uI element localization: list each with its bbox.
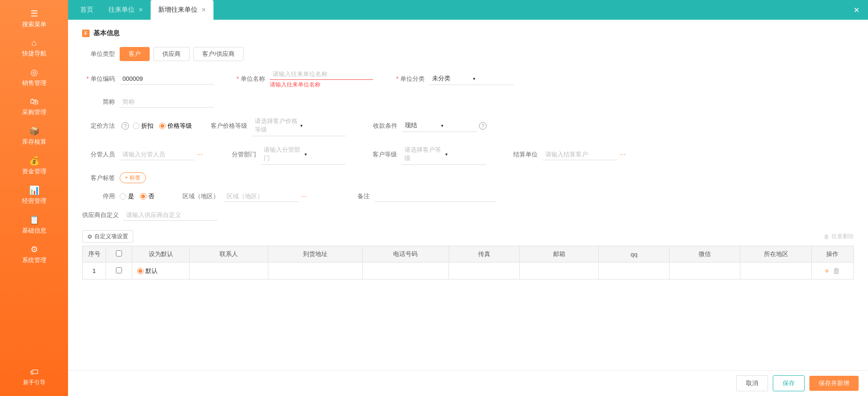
customer-tags-label: 客户标签	[82, 174, 120, 182]
pricing-discount-radio[interactable]: 折扣	[133, 122, 153, 130]
sidebar-item-basic-info[interactable]: 📋 基础信息	[0, 210, 68, 240]
tab-add-partner-close[interactable]: ✕	[201, 7, 206, 13]
supervisor-more-btn[interactable]: ···	[195, 150, 205, 159]
unit-type-customer-btn[interactable]: 客户	[120, 47, 150, 61]
supplier-custom-label: 供应商自定义	[82, 211, 123, 219]
customer-price-level-select[interactable]: 请选择客户价格等级 ▾	[252, 115, 346, 136]
sidebar-item-new-guide[interactable]: 🏷 新手引导	[0, 363, 68, 391]
pricing-level-radio[interactable]: 价格等级	[159, 122, 192, 130]
col-check	[106, 246, 132, 263]
alias-input[interactable]	[120, 96, 213, 108]
delete-row-btn[interactable]: 🗑	[833, 267, 840, 275]
unit-name-input[interactable]	[270, 69, 373, 80]
unit-category-chevron: ▾	[473, 76, 511, 81]
custom-settings-btn[interactable]: ⚙ 自定义项设置	[82, 230, 133, 243]
payment-terms-help-icon[interactable]: ?	[479, 122, 487, 130]
row-check[interactable]	[106, 263, 132, 280]
tab-bar-close-button[interactable]: ✕	[850, 4, 863, 16]
add-tag-btn[interactable]: + 标签	[120, 172, 146, 183]
row-contact[interactable]	[189, 263, 268, 280]
sidebar-item-purchase[interactable]: 🛍 采购管理	[0, 92, 68, 121]
basic-info-icon: 📋	[29, 215, 39, 225]
supplier-custom-input[interactable]	[123, 210, 217, 221]
payment-terms-value: 现结	[405, 121, 438, 130]
unit-type-supplier-btn[interactable]: 供应商	[153, 47, 190, 61]
operations-icon: 📊	[29, 185, 39, 195]
department-field: 分管部门 请输入分管部门 ▾	[223, 144, 345, 165]
tab-home[interactable]: 首页	[73, 0, 101, 20]
default-radio[interactable]: 默认	[137, 267, 184, 275]
unit-type-both-btn[interactable]: 客户/供应商	[193, 47, 244, 61]
supervisor-field: 分管人员 ···	[82, 149, 205, 160]
tab-partner[interactable]: 往来单位 ✕	[101, 0, 151, 20]
supervisor-input[interactable]	[120, 149, 195, 160]
sidebar-item-inventory[interactable]: 📦 库存核算	[0, 121, 68, 151]
unit-category-select[interactable]: 未分类 ▾	[429, 72, 514, 85]
sidebar-item-system[interactable]: ⚙ 系统管理	[0, 240, 68, 269]
col-region: 所在地区	[740, 246, 811, 263]
sidebar-item-quick-nav[interactable]: ⌂ 快捷导航	[0, 33, 68, 62]
settlement-unit-more-btn[interactable]: ···	[617, 150, 627, 159]
unit-type-row: 单位类型 客户 供应商 客户/供应商	[82, 47, 854, 61]
contact-input[interactable]	[210, 265, 247, 276]
address-input[interactable]	[292, 265, 339, 276]
col-no: 序号	[83, 246, 106, 263]
unit-name-label: 单位名称	[232, 75, 270, 83]
wechat-input[interactable]	[688, 265, 721, 276]
phone-input[interactable]	[384, 265, 426, 276]
unit-code-label: 单位编码	[82, 75, 120, 83]
sidebar-item-operations[interactable]: 📊 经营管理	[0, 180, 68, 210]
pricing-discount-circle	[133, 123, 139, 129]
tab-add-partner[interactable]: 新增往来单位 ✕	[151, 0, 213, 20]
default-radio-circle	[137, 268, 144, 274]
disabled-no-radio[interactable]: 否	[140, 192, 154, 201]
fax-input[interactable]	[468, 265, 501, 276]
row-address[interactable]	[268, 263, 362, 280]
email-input[interactable]	[541, 265, 578, 276]
row-fax[interactable]	[449, 263, 520, 280]
pricing-radio-group: 折扣 价格等级	[133, 122, 192, 130]
customer-price-level-placeholder: 请选择客户价格等级	[255, 117, 297, 134]
settlement-unit-label: 结算单位	[505, 150, 542, 159]
row-email[interactable]	[520, 263, 599, 280]
region-input[interactable]	[224, 191, 299, 202]
sidebar-item-label: 经营管理	[22, 197, 46, 205]
save-new-button[interactable]: 保存并新增	[809, 376, 859, 391]
pricing-method-help-icon[interactable]: ?	[122, 122, 129, 130]
col-email: 邮箱	[520, 246, 599, 263]
add-row-btn[interactable]: +	[825, 267, 829, 275]
customer-level-chevron: ▾	[445, 152, 483, 157]
row-checkbox[interactable]	[116, 267, 122, 273]
sidebar-item-finance[interactable]: 💰 资金管理	[0, 151, 68, 180]
sidebar-item-search-menu[interactable]: ☰ 搜索菜单	[0, 4, 68, 33]
customer-price-chevron: ▾	[300, 123, 343, 128]
section-icon: F	[82, 30, 90, 37]
payment-terms-select[interactable]: 现结 ▾	[402, 119, 477, 132]
row-phone[interactable]	[362, 263, 449, 280]
supplier-custom-row: 供应商自定义	[82, 210, 854, 221]
region-field: 区域（地区） ···	[183, 191, 309, 202]
disabled-no-label: 否	[148, 192, 154, 201]
finance-icon: 💰	[29, 155, 39, 166]
settlement-unit-field: 结算单位 ···	[505, 149, 627, 160]
region-table-input[interactable]	[760, 265, 792, 276]
qq-input[interactable]	[617, 265, 650, 276]
unit-code-field: 单位编码	[82, 73, 213, 85]
department-select[interactable]: 请输入分管部门 ▾	[261, 144, 345, 165]
disabled-yes-radio[interactable]: 是	[120, 192, 134, 201]
row-region[interactable]	[740, 263, 811, 280]
tab-partner-close[interactable]: ✕	[138, 7, 143, 13]
customer-level-select[interactable]: 请选择客户等级 ▾	[402, 144, 486, 165]
sidebar-item-sales[interactable]: ◎ 销售管理	[0, 62, 68, 92]
settlement-unit-input[interactable]	[542, 149, 617, 160]
save-button[interactable]: 保存	[773, 375, 805, 391]
remarks-input[interactable]	[374, 191, 496, 202]
row-qq[interactable]	[599, 263, 670, 280]
disabled-field: 停用 是 否	[82, 192, 154, 201]
row-wechat[interactable]	[670, 263, 740, 280]
select-all-checkbox[interactable]	[116, 250, 122, 256]
region-more-btn[interactable]: ···	[299, 192, 309, 201]
batch-delete-btn[interactable]: 🗑 批量删除	[824, 233, 854, 241]
cancel-button[interactable]: 取消	[736, 375, 768, 391]
unit-code-input[interactable]	[120, 73, 213, 85]
